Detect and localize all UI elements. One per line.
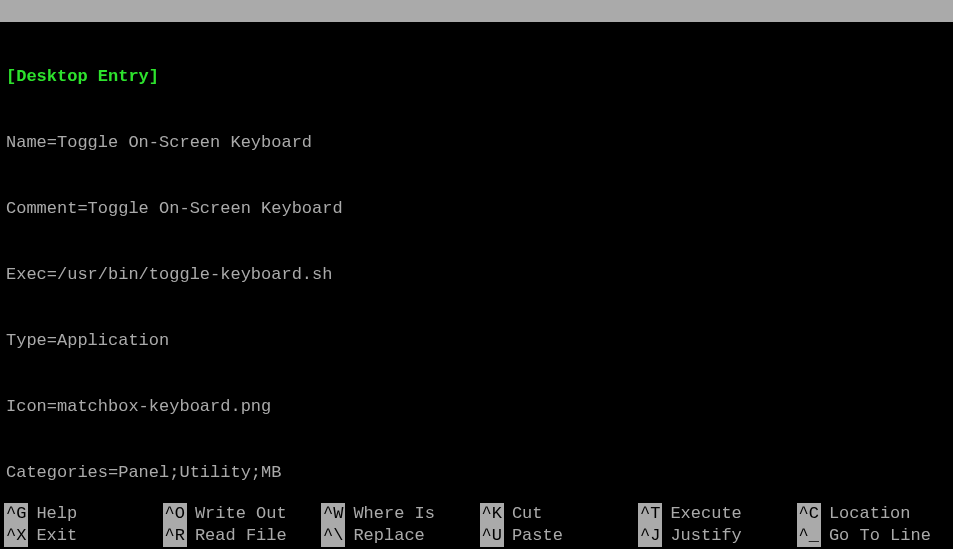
shortcut-key: ^U <box>480 525 504 547</box>
shortcut-location[interactable]: ^C Location <box>797 503 950 525</box>
file-line: Icon=matchbox-keyboard.png <box>6 396 947 418</box>
shortcut-key: ^K <box>480 503 504 525</box>
shortcut-label: Execute <box>670 503 741 525</box>
shortcut-key: ^X <box>4 525 28 547</box>
shortcut-go-to-line[interactable]: ^_ Go To Line <box>797 525 950 547</box>
section-header: [Desktop Entry] <box>6 66 947 88</box>
file-line: Name=Toggle On-Screen Keyboard <box>6 132 947 154</box>
shortcut-label: Where Is <box>353 503 435 525</box>
shortcut-key: ^W <box>321 503 345 525</box>
shortcut-label: Justify <box>670 525 741 547</box>
shortcut-exit[interactable]: ^X Exit <box>4 525 157 547</box>
shortcut-key: ^T <box>638 503 662 525</box>
shortcut-label: Location <box>829 503 911 525</box>
editor-area[interactable]: [Desktop Entry] Name=Toggle On-Screen Ke… <box>0 22 953 505</box>
shortcut-label: Write Out <box>195 503 287 525</box>
shortcut-label: Replace <box>353 525 424 547</box>
shortcut-replace[interactable]: ^\ Replace <box>321 525 474 547</box>
shortcut-key: ^R <box>163 525 187 547</box>
shortcut-key: ^J <box>638 525 662 547</box>
file-line: Categories=Panel;Utility;MB <box>6 462 947 484</box>
shortcut-key: ^_ <box>797 525 821 547</box>
shortcut-write-out[interactable]: ^O Write Out <box>163 503 316 525</box>
shortcut-label: Go To Line <box>829 525 931 547</box>
shortcut-where-is[interactable]: ^W Where Is <box>321 503 474 525</box>
shortcut-key: ^C <box>797 503 821 525</box>
file-line: Comment=Toggle On-Screen Keyboard <box>6 198 947 220</box>
shortcut-label: Cut <box>512 503 543 525</box>
file-path: /usr/share/raspi-ui-overrides/applicatio… <box>30 23 744 42</box>
title-bar: /usr/share/raspi-ui-overrides/applicatio… <box>0 0 953 22</box>
file-line: Exec=/usr/bin/toggle-keyboard.sh <box>6 264 947 286</box>
shortcut-read-file[interactable]: ^R Read File <box>163 525 316 547</box>
shortcut-paste[interactable]: ^U Paste <box>480 525 633 547</box>
shortcut-cut[interactable]: ^K Cut <box>480 503 633 525</box>
shortcut-label: Exit <box>36 525 77 547</box>
shortcut-label: Read File <box>195 525 287 547</box>
shortcut-key: ^G <box>4 503 28 525</box>
shortcut-execute[interactable]: ^T Execute <box>638 503 791 525</box>
shortcut-label: Help <box>36 503 77 525</box>
shortcut-help[interactable]: ^G Help <box>4 503 157 525</box>
shortcut-key: ^O <box>163 503 187 525</box>
file-line: Type=Application <box>6 330 947 352</box>
shortcut-bar: ^G Help ^O Write Out ^W Where Is ^K Cut … <box>0 503 953 547</box>
shortcut-label: Paste <box>512 525 563 547</box>
shortcut-key: ^\ <box>321 525 345 547</box>
shortcut-justify[interactable]: ^J Justify <box>638 525 791 547</box>
